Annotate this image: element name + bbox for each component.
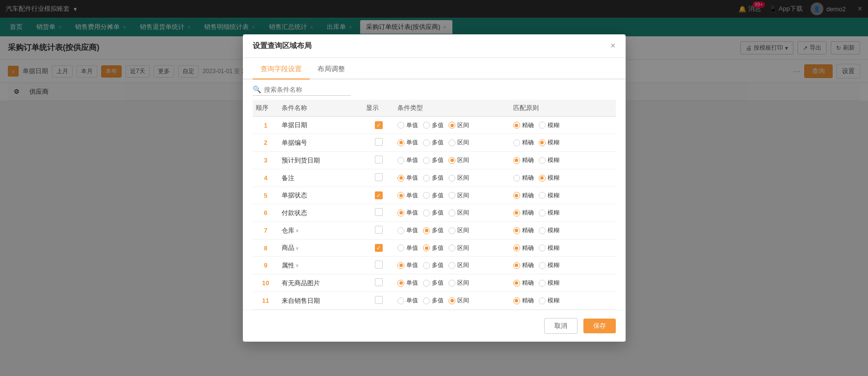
modal-table-wrap: 顺序 条件名称 显示 条件类型 匹配原则 1单据日期单值多值区间精确模糊2单据编… xyxy=(243,100,626,101)
modal-close-button[interactable]: × xyxy=(610,41,616,51)
table-header-row: 顺序 条件名称 显示 条件类型 匹配原则 xyxy=(253,100,616,101)
th-order: 顺序 xyxy=(253,100,279,101)
settings-modal: 设置查询区域布局 × 查询字段设置 布局调整 🔍 顺序 xyxy=(243,34,626,101)
th-name: 条件名称 xyxy=(279,100,363,101)
modal-search-area: 🔍 xyxy=(243,80,626,100)
tab-query-fields[interactable]: 查询字段设置 xyxy=(253,60,310,80)
table-head: 顺序 条件名称 显示 条件类型 匹配原则 xyxy=(253,100,616,101)
search-wrap: 🔍 xyxy=(253,85,351,96)
tab-query-fields-label: 查询字段设置 xyxy=(261,65,302,74)
th-match: 匹配原则 xyxy=(510,100,616,101)
modal-tabs: 查询字段设置 布局调整 xyxy=(243,58,626,80)
modal-title: 设置查询区域布局 xyxy=(253,41,312,51)
conditions-table: 顺序 条件名称 显示 条件类型 匹配原则 1单据日期单值多值区间精确模糊2单据编… xyxy=(253,100,616,101)
search-input[interactable] xyxy=(264,86,342,93)
modal-header: 设置查询区域布局 × xyxy=(243,34,626,58)
tab-layout-label: 布局调整 xyxy=(317,65,345,74)
th-display: 显示 xyxy=(363,100,395,101)
tab-layout[interactable]: 布局调整 xyxy=(310,60,353,80)
th-type: 条件类型 xyxy=(395,100,510,101)
search-icon: 🔍 xyxy=(253,85,261,93)
modal-overlay: 设置查询区域布局 × 查询字段设置 布局调整 🔍 顺序 xyxy=(0,0,868,101)
